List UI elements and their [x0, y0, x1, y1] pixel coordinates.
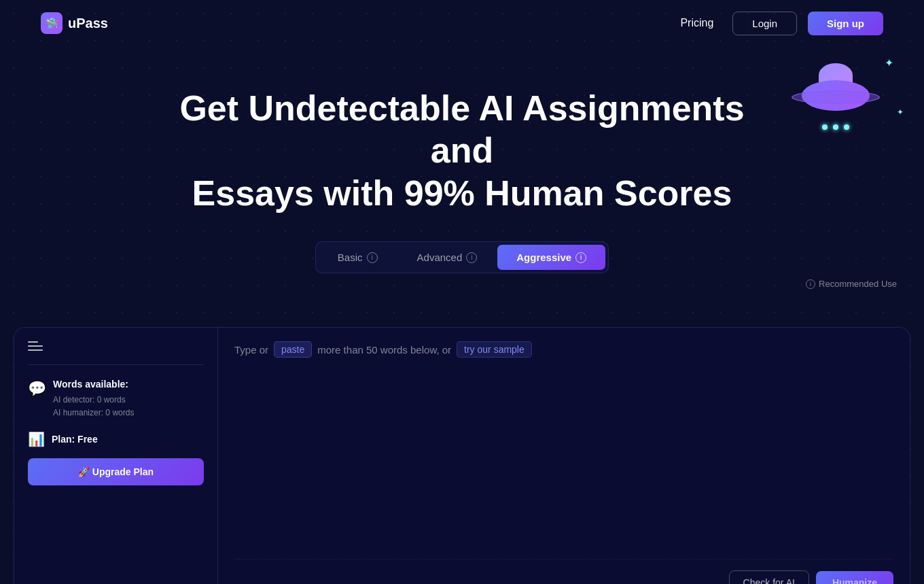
sidebar-divider-1 [28, 364, 204, 365]
tab-basic-info-icon: i [367, 252, 378, 263]
ufo-ring [792, 90, 880, 104]
menu-line-1 [28, 341, 38, 343]
ufo-light-2 [833, 124, 838, 130]
navbar: 🛸 uPass Pricing Login Sign up [0, 0, 924, 46]
pricing-nav-link[interactable]: Pricing [672, 12, 722, 35]
menu-line-2 [28, 345, 43, 347]
tab-basic-label: Basic [338, 252, 363, 263]
ai-humanizer-words: AI humanizer: 0 words [53, 407, 134, 419]
ufo-decoration: ✦ ✦ [768, 53, 904, 175]
editor-content-area[interactable] [234, 368, 893, 559]
hero-title-line1: Get Undetectable AI Assignments and [179, 88, 744, 170]
words-icon: 💬 [28, 380, 46, 398]
plan-icon: 📊 [28, 431, 45, 447]
editor-area: Type or paste more than 50 words below, … [218, 328, 910, 584]
upgrade-button[interactable]: 🚀 Upgrade Plan [28, 458, 204, 485]
words-title: Words available: [53, 379, 134, 390]
plan-label: Plan: Free [52, 434, 98, 445]
paste-button[interactable]: paste [274, 341, 312, 358]
ufo-dome [819, 63, 853, 87]
app-name: uPass [68, 16, 108, 31]
tab-advanced-info-icon: i [466, 252, 477, 263]
ufo-body [802, 80, 870, 111]
ai-detector-words: AI detector: 0 words [53, 394, 134, 407]
plan-section: 📊 Plan: Free [28, 431, 204, 447]
logo-emoji: 🛸 [45, 17, 58, 30]
ufo-star-2: ✦ [897, 107, 904, 117]
nav-right: Pricing Login Sign up [672, 12, 883, 35]
tab-advanced[interactable]: Advanced i [398, 245, 497, 270]
logo-area[interactable]: 🛸 uPass [41, 12, 108, 34]
prompt-text: Type or [234, 344, 268, 356]
ufo-lights [822, 124, 849, 130]
ufo-light-1 [822, 124, 828, 130]
hero-title: Get Undetectable AI Assignments and Essa… [156, 87, 768, 214]
tab-basic[interactable]: Basic i [319, 245, 397, 270]
logo-icon: 🛸 [41, 12, 63, 34]
check-for-ai-button[interactable]: Check for AI [729, 570, 809, 584]
signup-button[interactable]: Sign up [808, 12, 883, 35]
menu-line-3 [28, 349, 43, 351]
try-sample-button[interactable]: try our sample [457, 341, 532, 358]
mode-tabs: Basic i Advanced i Aggressive i [315, 241, 609, 273]
hero-section: ✦ ✦ Get Undetectable AI Assignments and … [0, 46, 924, 327]
hero-title-line2: Essays with 99% Human Scores [192, 173, 732, 213]
tab-aggressive-label: Aggressive [516, 252, 571, 263]
tab-aggressive[interactable]: Aggressive i [497, 245, 605, 270]
login-button[interactable]: Login [732, 12, 797, 35]
tab-advanced-label: Advanced [417, 252, 463, 263]
sidebar-dots [28, 574, 204, 584]
ufo-light-3 [844, 124, 849, 130]
editor-bottom-bar: Check for AI Humanize [234, 559, 893, 584]
recommended-info-icon: i [806, 279, 815, 289]
tab-aggressive-info-icon: i [575, 252, 586, 263]
sidebar-menu-button[interactable] [28, 341, 43, 351]
ufo-star-1: ✦ [885, 56, 893, 69]
recommended-label: Recommended Use [819, 279, 897, 289]
editor-prompt: Type or paste more than 50 words below, … [234, 341, 893, 358]
humanize-button[interactable]: Humanize [816, 571, 893, 584]
words-section: 💬 Words available: AI detector: 0 words … [28, 379, 204, 419]
words-info: Words available: AI detector: 0 words AI… [53, 379, 134, 419]
recommended-badge: i Recommended Use [14, 279, 910, 289]
sidebar: 💬 Words available: AI detector: 0 words … [14, 328, 218, 584]
middle-text: more than 50 words below, or [317, 344, 451, 356]
workspace: 💬 Words available: AI detector: 0 words … [14, 327, 910, 584]
